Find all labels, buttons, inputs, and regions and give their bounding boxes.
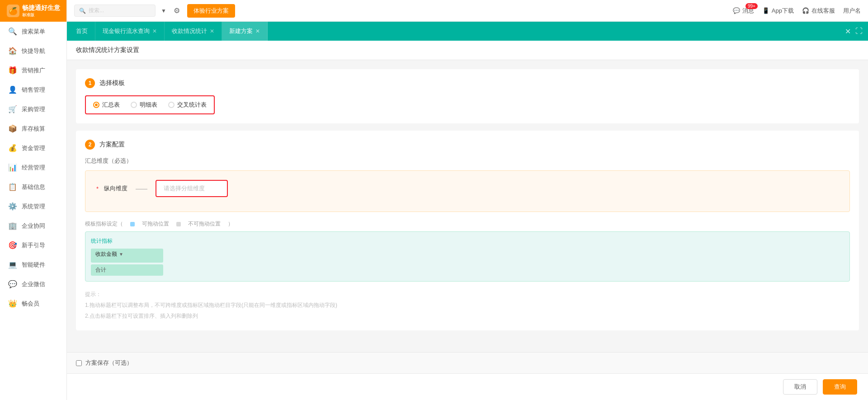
template-selector: 汇总表 明细表 交叉统计表	[85, 95, 215, 114]
industry-btn[interactable]: 体验行业方案	[187, 4, 235, 18]
step2-title: 方案配置	[99, 141, 125, 149]
tab-cashflow-close[interactable]: ✕	[152, 28, 157, 34]
sidebar: 🍊 畅捷通好生意 标准版 🔍 搜索菜单 🏠 快捷导航 🎁 营销推广 👤 销售管理…	[0, 0, 67, 400]
logo-badge: 标准版	[22, 12, 60, 18]
metrics-section: 模板指标设定（ 可拖动位置 不可拖动位置 ） 统计指标 收款金额	[85, 220, 850, 282]
radio-detail-label: 明细表	[140, 101, 157, 109]
tabbar: 首页 现金银行流水查询 ✕ 收款情况统计 ✕ 新建方案 ✕ ✕ ⛶	[67, 22, 868, 41]
sidebar-item-operation[interactable]: 📊 经营管理	[0, 158, 66, 177]
tab-collection-label: 收款情况统计	[172, 27, 207, 35]
tip-1: 1.拖动标题栏可以调整布局，不可跨维度或指标区域拖动栏目字段(只能在同一维度或指…	[85, 302, 337, 308]
main-area: 🔍 搜索... ▼ ⚙ 体验行业方案 💬 消息 99+ 📱 App下载 🎧 在线…	[67, 0, 868, 400]
step2-num: 2	[85, 140, 95, 150]
sidebar-label-guide: 新手引导	[22, 241, 45, 249]
box-icon: 📦	[8, 124, 17, 133]
tab-collection[interactable]: 收款情况统计 ✕	[165, 22, 222, 41]
message-btn[interactable]: 💬 消息 99+	[733, 7, 754, 15]
topbar-search-icon: 🔍	[79, 8, 86, 14]
sidebar-label-basic: 基础信息	[22, 183, 45, 191]
step1-section: 1 选择模板 汇总表 明细表 交叉统计表	[76, 69, 859, 123]
message-icon: 💬	[733, 7, 740, 14]
chart-icon: 📊	[8, 163, 17, 172]
sidebar-item-quick-nav[interactable]: 🏠 快捷导航	[0, 41, 66, 61]
money-icon: 💰	[8, 144, 17, 152]
save-option-label: 方案保存（可选）	[85, 359, 132, 367]
sidebar-item-search-menu[interactable]: 🔍 搜索菜单	[0, 22, 66, 41]
sidebar-item-inventory[interactable]: 📦 库存核算	[0, 119, 66, 138]
topbar-dropdown[interactable]: ▼	[161, 8, 166, 14]
metric-card-amount-label: 收款金额	[95, 250, 117, 258]
topbar-right: 💬 消息 99+ 📱 App下载 🎧 在线客服 用户名	[733, 7, 861, 15]
tab-new-scheme-label: 新建方案	[229, 27, 253, 35]
tabbar-expand-btn[interactable]: ⛶	[855, 27, 863, 35]
sidebar-item-hardware[interactable]: 💻 智能硬件	[0, 255, 66, 274]
headset-icon: 🎧	[802, 7, 809, 14]
sidebar-item-fund[interactable]: 💰 资金管理	[0, 138, 66, 158]
sidebar-item-wechat[interactable]: 💬 企业微信	[0, 274, 66, 294]
save-option: 方案保存（可选）	[67, 352, 868, 373]
crown-icon: 👑	[8, 299, 17, 308]
download-btn[interactable]: 📱 App下载	[762, 7, 794, 15]
draggable-dot	[130, 222, 135, 226]
content-area: 收款情况统计方案设置 1 选择模板 汇总表 明细表	[67, 41, 868, 400]
groupby-placeholder: 请选择分组维度	[164, 185, 205, 192]
tab-collection-close[interactable]: ✕	[210, 28, 214, 34]
download-icon: 📱	[762, 7, 769, 14]
metric-card-title: 统计指标	[91, 237, 844, 245]
sidebar-item-purchase[interactable]: 🛒 采购管理	[0, 99, 66, 119]
legend-draggable-label: 可拖动位置	[142, 220, 169, 228]
topbar: 🔍 搜索... ▼ ⚙ 体验行业方案 💬 消息 99+ 📱 App下载 🎧 在线…	[67, 0, 868, 22]
user-info[interactable]: 用户名	[843, 7, 861, 15]
step1-num: 1	[85, 78, 95, 88]
sidebar-item-sales[interactable]: 👤 销售管理	[0, 80, 66, 99]
sidebar-item-marketing[interactable]: 🎁 营销推广	[0, 61, 66, 80]
radio-detail[interactable]: 明细表	[131, 101, 157, 109]
sidebar-item-enterprise[interactable]: 🏢 企业协同	[0, 216, 66, 235]
metric-chevron-icon: ▼	[119, 252, 123, 257]
sidebar-label-hardware: 智能硬件	[22, 261, 45, 269]
cancel-button[interactable]: 取消	[783, 379, 817, 395]
tab-new-scheme-close[interactable]: ✕	[255, 28, 260, 34]
save-checkbox[interactable]	[76, 360, 82, 366]
topbar-search-placeholder: 搜索...	[89, 7, 104, 14]
groupby-selector[interactable]: 请选择分组维度	[156, 180, 228, 197]
tab-home-label: 首页	[76, 27, 88, 35]
topbar-gear-icon[interactable]: ⚙	[174, 6, 180, 15]
radio-summary[interactable]: 汇总表	[93, 101, 120, 109]
query-button[interactable]: 查询	[823, 379, 857, 395]
list-icon: 📋	[8, 183, 17, 191]
sidebar-label-system: 系统管理	[22, 202, 45, 211]
sidebar-label-purchase: 采购管理	[22, 105, 45, 113]
vertical-dim-label: 纵向维度	[104, 184, 127, 193]
tabbar-close-btn[interactable]: ✕	[845, 27, 851, 36]
metric-card-amount[interactable]: 收款金额 ▼	[91, 249, 128, 260]
page-title-bar: 收款情况统计方案设置	[67, 41, 868, 60]
tips-area: 提示： 1.拖动标题栏可以调整布局，不可跨维度或指标区域拖动栏目字段(只能在同一…	[85, 289, 850, 321]
user-icon: 👤	[8, 85, 17, 94]
radio-summary-circle	[93, 102, 99, 108]
tab-new-scheme[interactable]: 新建方案 ✕	[222, 22, 268, 41]
tabbar-actions: ✕ ⛶	[845, 27, 868, 36]
gift-icon: 🎁	[8, 66, 17, 75]
tab-cashflow[interactable]: 现金银行流水查询 ✕	[95, 22, 165, 41]
topbar-search[interactable]: 🔍 搜索...	[74, 5, 156, 17]
wechat-icon: 💬	[8, 280, 17, 288]
step1-title: 选择模板	[99, 79, 125, 87]
search-icon: 🔍	[8, 27, 17, 36]
legend-fixed-label: 不可拖动位置	[188, 220, 221, 228]
service-btn[interactable]: 🎧 在线客服	[802, 7, 835, 15]
message-badge: 99+	[745, 3, 758, 9]
radio-cross[interactable]: 交叉统计表	[168, 101, 207, 109]
sidebar-label-member: 畅会员	[22, 300, 39, 308]
required-mark: *	[96, 185, 99, 192]
sidebar-item-guide[interactable]: 🎯 新手引导	[0, 235, 66, 255]
form-area: 1 选择模板 汇总表 明细表 交叉统计表	[67, 60, 868, 352]
sidebar-logo: 🍊 畅捷通好生意 标准版	[0, 0, 66, 22]
sidebar-item-system[interactable]: ⚙️ 系统管理	[0, 197, 66, 216]
sidebar-item-basic[interactable]: 📋 基础信息	[0, 177, 66, 197]
sidebar-item-member[interactable]: 👑 畅会员	[0, 294, 66, 313]
tips-title: 提示：	[85, 291, 101, 297]
sidebar-label-sales: 销售管理	[22, 86, 45, 94]
tab-home[interactable]: 首页	[67, 22, 95, 41]
row-field-vertical: * 纵向维度 —— 请选择分组维度	[96, 180, 839, 197]
